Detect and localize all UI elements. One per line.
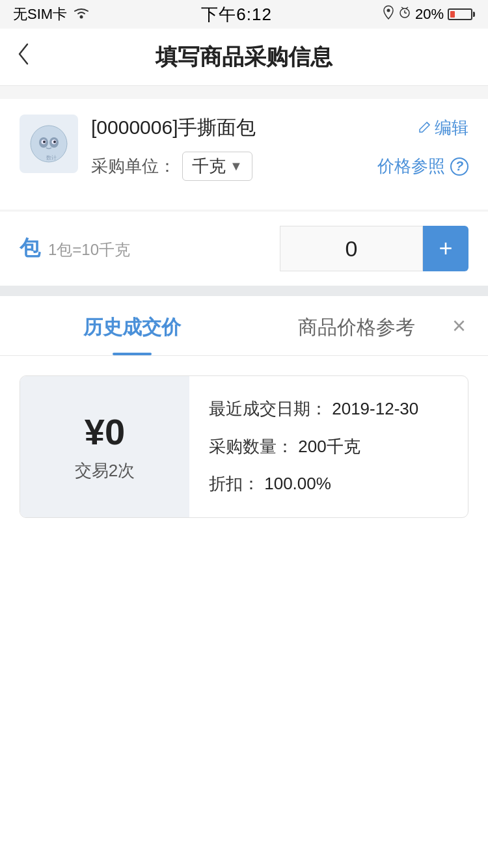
history-price: ¥0: [85, 411, 125, 453]
history-trade-count: 交易2次: [75, 459, 135, 482]
qty-input[interactable]: 0: [280, 226, 423, 271]
edit-label: 编辑: [435, 116, 468, 139]
tab-product-price-ref[interactable]: 商品价格参考: [244, 296, 468, 355]
price-ref-icon: ?: [450, 157, 468, 176]
discount-label: 折扣：: [209, 474, 260, 493]
qty-plus-button[interactable]: +: [423, 226, 468, 271]
purchase-qty-value: 200千克: [298, 437, 360, 456]
alarm-icon: [398, 5, 411, 23]
wifi-icon: [72, 6, 90, 23]
section-divider: [0, 286, 488, 296]
status-right: 20%: [383, 5, 475, 23]
unit-dropdown-arrow: ▼: [230, 159, 243, 174]
tabs-panel: 历史成交价 商品价格参考 × ¥0 交易2次 最近成交日期： 2019-12-3…: [0, 296, 488, 537]
status-time: 下午6:12: [201, 3, 272, 26]
svg-text:数计: 数计: [46, 155, 57, 161]
svg-point-13: [53, 141, 56, 143]
page-title: 填写商品采购信息: [156, 42, 332, 72]
purchase-qty-row: 采购数量： 200千克: [209, 433, 448, 461]
product-info: [0000006]手撕面包 编辑 采购单位： 千克: [91, 115, 468, 181]
tab-content-history: ¥0 交易2次 最近成交日期： 2019-12-30 采购数量： 200千克 折…: [0, 356, 488, 537]
tab-product-price-label: 商品价格参考: [298, 316, 415, 338]
carrier-text: 无SIM卡: [13, 5, 67, 24]
status-carrier: 无SIM卡: [13, 5, 90, 24]
tabs-header: 历史成交价 商品价格参考 ×: [0, 296, 488, 356]
discount-value: 100.00%: [264, 474, 331, 493]
qty-input-area: 0 +: [280, 226, 468, 271]
svg-point-0: [80, 16, 83, 19]
recent-date-value: 2019-12-30: [332, 399, 418, 418]
unit-label: 采购单位： 千克 ▼: [91, 152, 252, 181]
svg-line-6: [406, 7, 408, 8]
price-value: 0: [105, 411, 125, 452]
history-card-left: ¥0 交易2次: [20, 376, 189, 517]
product-name: [0000006]手撕面包: [91, 115, 256, 141]
battery-icon: [448, 8, 475, 20]
recent-date-row: 最近成交日期： 2019-12-30: [209, 396, 448, 423]
nav-bar: 填写商品采购信息: [0, 29, 488, 86]
bottom-space: [0, 537, 488, 868]
qty-left: 包 1包=10千克: [20, 234, 130, 263]
product-thumbnail: 数计: [20, 115, 78, 173]
unit-label-text: 采购单位：: [91, 155, 176, 178]
svg-point-1: [386, 9, 390, 12]
svg-line-5: [401, 7, 403, 8]
recent-date-label: 最近成交日期：: [209, 399, 327, 418]
discount-row: 折扣： 100.00%: [209, 470, 448, 498]
purchase-qty-label: 采购数量：: [209, 437, 293, 456]
unit-value: 千克: [192, 155, 226, 178]
status-bar: 无SIM卡 下午6:12 20%: [0, 0, 488, 29]
price-ref-button[interactable]: 价格参照 ?: [377, 155, 468, 178]
edit-icon: [418, 119, 432, 137]
product-card: 数计 [0000006]手撕面包 编辑 采购单位：: [0, 99, 488, 210]
edit-button[interactable]: 编辑: [418, 116, 468, 139]
tab-history-label: 历史成交价: [83, 316, 181, 338]
tab-history-price[interactable]: 历史成交价: [20, 296, 244, 355]
qty-conversion: 1包=10千克: [48, 239, 130, 260]
close-icon: ×: [452, 312, 466, 339]
history-card-right: 最近成交日期： 2019-12-30 采购数量： 200千克 折扣： 100.0…: [189, 376, 468, 517]
unit-select[interactable]: 千克 ▼: [182, 152, 252, 181]
qty-unit: 包: [20, 234, 40, 263]
battery-percent: 20%: [415, 6, 444, 23]
price-ref-label: 价格参照: [377, 155, 445, 178]
svg-point-12: [43, 141, 46, 143]
quantity-row: 包 1包=10千克 0 +: [0, 211, 488, 286]
location-icon: [383, 5, 394, 23]
price-symbol: ¥: [85, 411, 105, 452]
plus-icon: +: [439, 235, 452, 262]
history-card: ¥0 交易2次 最近成交日期： 2019-12-30 采购数量： 200千克 折…: [20, 375, 468, 518]
tab-close-button[interactable]: ×: [446, 306, 472, 346]
back-button[interactable]: [16, 41, 31, 73]
svg-line-15: [427, 122, 429, 125]
